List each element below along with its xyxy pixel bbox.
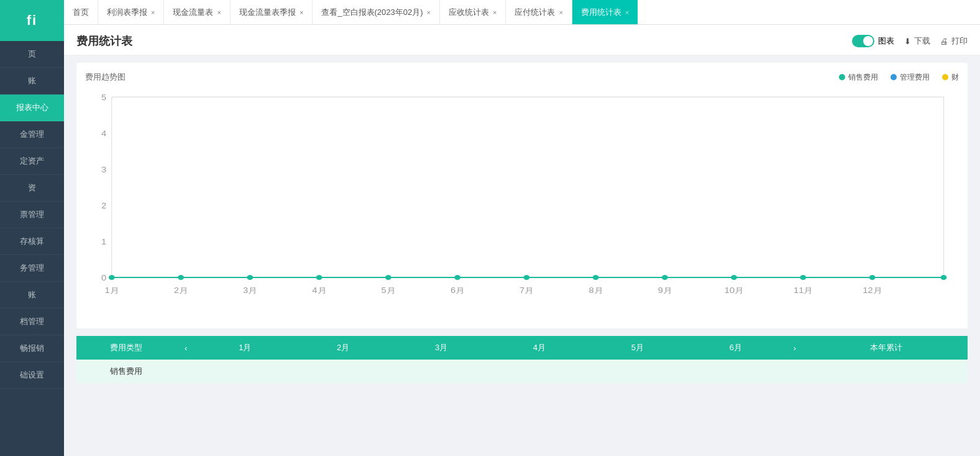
chart-toggle[interactable]	[852, 35, 874, 47]
tab-receivable-label: 应收统计表	[449, 7, 489, 18]
tab-expense-stat-close[interactable]: ×	[625, 9, 629, 16]
chart-dot	[593, 275, 599, 280]
sidebar-item-inventory[interactable]: 存核算	[0, 228, 64, 255]
sidebar-item-ticket-mgmt[interactable]: 票管理	[0, 202, 64, 228]
prev-arrow-icon[interactable]: ‹	[185, 343, 187, 353]
legend-admin-label: 管理费用	[900, 72, 930, 83]
tab-expense-stat[interactable]: 费用统计表 ×	[572, 0, 638, 25]
chart-dot	[247, 275, 253, 280]
col-m4-label: 4月	[533, 343, 546, 352]
next-arrow-icon[interactable]: ›	[794, 343, 796, 353]
sidebar: fi 页 账 报表中心 金管理 定资产 资 票管理 存核算 务管理 账 档管理 …	[0, 0, 64, 456]
content-area: 费用统计表 图表 ⬇ 下载 🖨 打印 费用趋势图	[64, 25, 980, 456]
svg-text:5: 5	[101, 93, 106, 101]
legend-finance-dot	[942, 74, 948, 80]
sidebar-item-archive-mgmt[interactable]: 档管理	[0, 309, 64, 335]
svg-text:12月: 12月	[863, 286, 882, 294]
chart-dot	[385, 275, 392, 280]
tab-profit-quarter-close[interactable]: ×	[151, 9, 155, 16]
svg-text:2: 2	[101, 202, 106, 210]
row-m2	[294, 360, 392, 383]
svg-text:3月: 3月	[243, 286, 257, 294]
legend-finance: 财	[942, 72, 959, 83]
svg-text:0: 0	[101, 274, 106, 282]
tab-blank-report-close[interactable]: ×	[427, 9, 431, 16]
col-ytd-label: 本年累计	[870, 343, 902, 352]
sidebar-item-home[interactable]: 页	[0, 41, 64, 68]
svg-text:8月: 8月	[588, 286, 602, 294]
chart-dot	[316, 275, 323, 280]
table-row: 销售费用	[76, 360, 968, 383]
row-ytd	[805, 360, 968, 383]
legend-finance-label: 财	[951, 72, 959, 83]
download-button[interactable]: ⬇ 下载	[904, 35, 930, 47]
col-type-label: 费用类型	[110, 343, 142, 352]
tab-payable[interactable]: 应付统计表 ×	[506, 0, 572, 25]
tab-cashflow-label: 现金流量表	[173, 7, 213, 18]
tab-home-label: 首页	[73, 7, 89, 18]
print-icon: 🖨	[940, 37, 948, 46]
col-m2: 2月	[294, 336, 392, 360]
legend-sales: 销售费用	[839, 72, 878, 83]
print-button[interactable]: 🖨 打印	[940, 35, 968, 47]
sidebar-item-expense[interactable]: 畅报销	[0, 335, 64, 362]
chart-toggle-label: 图表	[878, 35, 894, 47]
sidebar-item-account[interactable]: 账	[0, 68, 64, 95]
col-m4: 4月	[490, 336, 588, 360]
row-next-nav	[785, 360, 805, 383]
chart-title: 费用趋势图	[85, 72, 126, 83]
chart-header: 费用趋势图 销售费用 管理费用 财	[85, 72, 959, 83]
tab-blank-report[interactable]: 查看_空白报表(2023年02月) ×	[313, 0, 440, 25]
svg-text:5月: 5月	[382, 286, 395, 294]
chart-dot	[109, 275, 115, 280]
chart-toggle-wrap: 图表	[852, 35, 894, 47]
main-content: 首页 利润表季报 × 现金流量表 × 现金流量表季报 × 查看_空白报表(202…	[64, 0, 980, 456]
row-m6	[687, 360, 785, 383]
tab-cashflow-close[interactable]: ×	[217, 9, 221, 16]
col-m5-label: 5月	[631, 343, 644, 352]
svg-text:1月: 1月	[105, 286, 119, 294]
sidebar-item-basic-settings[interactable]: 础设置	[0, 362, 64, 389]
row-m1	[196, 360, 294, 383]
col-next[interactable]: ›	[785, 336, 805, 360]
sidebar-item-service-mgmt[interactable]: 务管理	[0, 255, 64, 282]
col-m1-label: 1月	[239, 343, 251, 352]
col-m6-label: 6月	[730, 343, 742, 352]
row-prev-nav	[176, 360, 196, 383]
sidebar-item-report-center[interactable]: 报表中心	[0, 95, 64, 121]
chart-dot	[662, 275, 668, 280]
col-prev[interactable]: ‹	[176, 336, 196, 360]
chart-svg: 5 4 3 2 1 0	[85, 88, 959, 318]
col-type: 费用类型	[76, 336, 176, 360]
svg-text:10月: 10月	[725, 286, 744, 294]
tab-profit-quarter[interactable]: 利润表季报 ×	[98, 0, 164, 25]
tab-blank-report-label: 查看_空白报表(2023年02月)	[321, 7, 423, 18]
chart-dot	[523, 275, 529, 280]
col-m2-label: 2月	[337, 343, 349, 352]
tab-receivable[interactable]: 应收统计表 ×	[440, 0, 506, 25]
col-m1: 1月	[196, 336, 294, 360]
sidebar-item-fixed-assets[interactable]: 定资产	[0, 148, 64, 175]
legend-sales-label: 销售费用	[848, 72, 878, 83]
svg-text:4: 4	[101, 129, 107, 137]
header-actions: 图表 ⬇ 下载 🖨 打印	[852, 35, 968, 47]
sidebar-item-fund-mgmt[interactable]: 金管理	[0, 121, 64, 148]
svg-text:3: 3	[101, 165, 106, 174]
tab-payable-close[interactable]: ×	[559, 9, 562, 16]
tab-receivable-close[interactable]: ×	[493, 9, 497, 16]
chart-dot	[731, 275, 737, 280]
sidebar-item-ledger[interactable]: 账	[0, 282, 64, 309]
data-table: 费用类型 ‹ 1月 2月 3月	[76, 336, 968, 383]
tab-cashflow-quarter-label: 现金流量表季报	[239, 7, 296, 18]
row-m4	[490, 360, 588, 383]
table-header-row: 费用类型 ‹ 1月 2月 3月	[76, 336, 968, 360]
chart-container: 5 4 3 2 1 0	[85, 88, 959, 320]
sidebar-logo: fi	[0, 0, 64, 41]
print-label: 打印	[951, 35, 968, 47]
tab-cashflow-quarter-close[interactable]: ×	[300, 9, 303, 16]
tab-cashflow[interactable]: 现金流量表 ×	[164, 0, 230, 25]
tab-home[interactable]: 首页	[64, 0, 98, 25]
svg-text:11月: 11月	[794, 286, 813, 294]
sidebar-item-investment[interactable]: 资	[0, 175, 64, 202]
tab-cashflow-quarter[interactable]: 现金流量表季报 ×	[231, 0, 313, 25]
